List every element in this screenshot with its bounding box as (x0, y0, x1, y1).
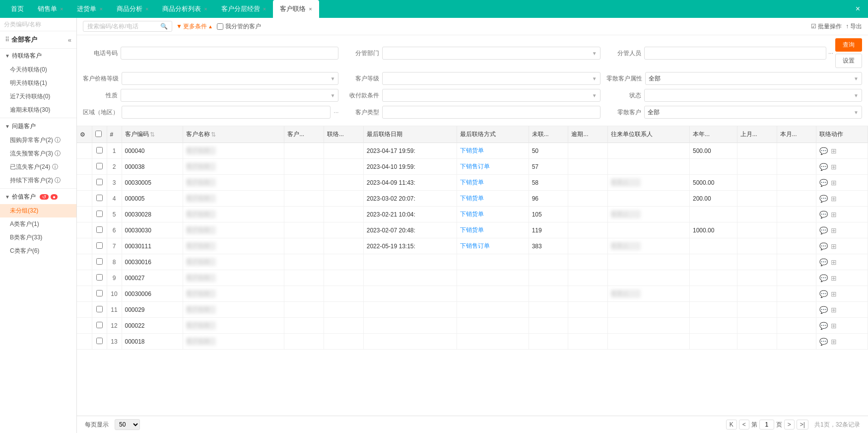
col-name[interactable]: 客户名称⇅ (183, 126, 284, 143)
grid-icon[interactable]: ⊞ (831, 274, 837, 282)
sidebar-section-problem[interactable]: ▼ 问题客户 (0, 119, 76, 134)
last-type-link[interactable]: 下销货单 (460, 211, 484, 217)
sidebar-item-churn-warning[interactable]: 流失预警客户(3) ⓘ (0, 147, 76, 160)
last-type-link[interactable]: 下销货单 (460, 195, 484, 202)
tab-product-analysis-list[interactable]: 商品分析列表 × (155, 0, 214, 18)
row-checkbox[interactable] (96, 306, 103, 312)
last-type-link[interactable]: 下销货单 (460, 147, 484, 154)
sidebar-item-7days[interactable]: 近7天待联络(0) (0, 90, 76, 103)
row-checkbox[interactable] (96, 163, 103, 169)
tab-customer-tier[interactable]: 客户分层经营 × (214, 0, 273, 18)
chat-icon[interactable]: 💬 (819, 338, 828, 346)
col-gear[interactable]: ⚙ (77, 126, 92, 143)
tab-customer-contact[interactable]: 客户联络 × (273, 0, 319, 18)
last-type-link[interactable]: 下销货单 (460, 226, 484, 233)
row-gear[interactable] (77, 238, 92, 254)
customer-level-select[interactable]: ▼ (382, 72, 600, 85)
chat-icon[interactable]: 💬 (819, 306, 828, 314)
first-page-btn[interactable]: K (726, 420, 737, 430)
dept-select[interactable]: ▼ (382, 47, 600, 60)
sidebar-item-ungroup[interactable]: 未分组(32) (0, 204, 76, 217)
close-icon[interactable]: × (263, 0, 266, 18)
close-icon[interactable]: × (60, 0, 63, 18)
chat-icon[interactable]: 💬 (819, 258, 828, 266)
row-checkbox[interactable] (96, 147, 103, 153)
page-number-input[interactable] (759, 420, 774, 430)
nature-select[interactable]: ▼ (121, 89, 338, 102)
row-gear[interactable] (77, 318, 92, 334)
person-input[interactable] (644, 47, 826, 60)
grid-icon[interactable]: ⊞ (831, 195, 837, 203)
customer-type-input[interactable] (382, 106, 600, 119)
sidebar-item-lost[interactable]: 已流失客户(24) ⓘ (0, 160, 76, 174)
nav-close-btn[interactable]: × (852, 4, 864, 13)
chat-icon[interactable]: 💬 (819, 242, 828, 250)
export-btn[interactable]: ↑ 导出 (846, 22, 862, 31)
zero-customer-select[interactable]: 全部 ▼ (644, 106, 862, 119)
last-type-link[interactable]: 下销货单 (460, 179, 484, 186)
chat-icon[interactable]: 💬 (819, 163, 828, 171)
sidebar-item-tomorrow[interactable]: 明天待联络(1) (0, 76, 76, 90)
main-search-input[interactable] (87, 23, 158, 30)
page-size-select[interactable]: 50 100 200 (115, 419, 140, 430)
person-more-icon[interactable]: ··· (828, 50, 833, 57)
row-gear[interactable] (77, 143, 92, 159)
row-gear[interactable] (77, 286, 92, 302)
sidebar-all-customers[interactable]: ⠿ 全部客户 « (0, 31, 76, 49)
chat-icon[interactable]: 💬 (819, 211, 828, 218)
row-checkbox[interactable] (96, 290, 103, 296)
sidebar-item-class-a[interactable]: A类客户(1) (0, 217, 76, 231)
zero-attr-select[interactable]: 全部 ▼ (645, 72, 862, 85)
prev-page-btn[interactable]: < (739, 420, 749, 430)
sidebar-item-abnormal-stockpile[interactable]: 囤购异常客户(2) ⓘ (0, 134, 76, 147)
sidebar-item-class-b[interactable]: B类客户(33) (0, 231, 76, 244)
row-checkbox[interactable] (96, 274, 103, 281)
select-all-checkbox[interactable] (95, 131, 102, 137)
sidebar-item-class-c[interactable]: C类客户(6) (0, 244, 76, 258)
search-icon[interactable]: 🔍 (160, 23, 168, 30)
tab-sales-order[interactable]: 销售单 × (31, 0, 70, 18)
chat-icon[interactable]: 💬 (819, 195, 828, 203)
grid-icon[interactable]: ⊞ (831, 290, 837, 298)
row-gear[interactable] (77, 191, 92, 207)
grid-icon[interactable]: ⊞ (831, 322, 837, 330)
row-gear[interactable] (77, 159, 92, 175)
sidebar-item-overdue[interactable]: 逾期未联络(30) (0, 103, 76, 117)
row-gear[interactable] (77, 270, 92, 286)
region-more-icon[interactable]: ··· (334, 109, 338, 116)
row-checkbox[interactable] (96, 322, 103, 328)
tab-product-analysis[interactable]: 商品分析 × (110, 0, 155, 18)
grid-icon[interactable]: ⊞ (831, 163, 837, 171)
grid-icon[interactable]: ⊞ (831, 147, 837, 155)
sidebar-section-pending[interactable]: ▼ 待联络客户 (0, 49, 76, 63)
phone-input[interactable] (121, 47, 338, 60)
row-checkbox[interactable] (96, 195, 103, 201)
grid-icon[interactable]: ⊞ (831, 258, 837, 266)
row-checkbox[interactable] (96, 179, 103, 185)
chat-icon[interactable]: 💬 (819, 290, 828, 298)
my-customers-checkbox[interactable] (217, 23, 223, 30)
row-checkbox[interactable] (96, 226, 103, 233)
more-conditions-btn[interactable]: ▼ 更多条件 ▲ (176, 22, 213, 31)
row-checkbox[interactable] (96, 211, 103, 217)
row-checkbox[interactable] (96, 258, 103, 265)
query-btn[interactable]: 查询 (835, 38, 862, 52)
grid-icon[interactable]: ⊞ (831, 338, 837, 346)
col-code[interactable]: 客户编码⇅ (122, 126, 183, 143)
status-select[interactable]: ▼ (644, 89, 862, 102)
sidebar-item-today[interactable]: 今天待联络(0) (0, 63, 76, 76)
row-gear[interactable] (77, 207, 92, 222)
chat-icon[interactable]: 💬 (819, 179, 828, 187)
chat-icon[interactable]: 💬 (819, 274, 828, 282)
reset-btn[interactable]: 设置 (835, 54, 862, 68)
grid-icon[interactable]: ⊞ (831, 211, 837, 218)
tab-purchase-order[interactable]: 进货单 × (70, 0, 109, 18)
batch-op-btn[interactable]: ☑ 批量操作 (811, 22, 842, 31)
grid-icon[interactable]: ⊞ (831, 242, 837, 250)
sidebar-section-value[interactable]: ▼ 价值客户 ↺ ● (0, 190, 76, 204)
gear-icon[interactable]: ⚙ (80, 131, 85, 138)
grid-icon[interactable]: ⊞ (831, 306, 837, 314)
last-type-link[interactable]: 下销售订单 (460, 163, 490, 170)
chat-icon[interactable]: 💬 (819, 322, 828, 330)
grid-icon[interactable]: ⊞ (831, 179, 837, 187)
